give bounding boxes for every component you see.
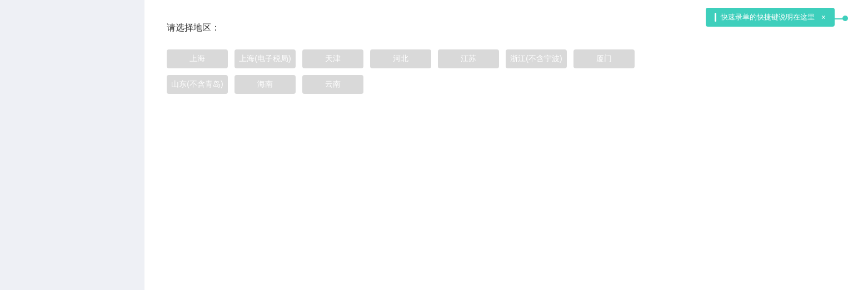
region-button-yunnan[interactable]: 云南 [302,75,363,94]
region-button-shanghai-etax[interactable]: 上海(电子税局) [235,49,296,68]
region-button-shanghai[interactable]: 上海 [167,49,228,68]
tooltip-close-button[interactable]: × [821,13,826,22]
region-button-xiamen[interactable]: 厦门 [573,49,635,68]
tooltip-accent [715,13,716,22]
region-button-hebei[interactable]: 河北 [370,49,431,68]
region-button-tianjin[interactable]: 天津 [302,49,363,68]
main-content: 请选择地区： 上海上海(电子税局)天津河北江苏浙江(不含宁波)厦门 山东(不含青… [144,0,868,290]
tooltip-text: 快速录单的快捷键说明在这里 [721,12,815,22]
region-button-jiangsu[interactable]: 江苏 [438,49,499,68]
region-row-1: 上海上海(电子税局)天津河北江苏浙江(不含宁波)厦门 [167,49,846,68]
region-button-shandong[interactable]: 山东(不含青岛) [167,75,228,94]
region-button-zhejiang[interactable]: 浙江(不含宁波) [506,49,567,68]
tooltip-connector-dot [842,16,848,21]
region-button-hainan[interactable]: 海南 [235,75,296,94]
tooltip-bar: 快速录单的快捷键说明在这里 × [706,8,835,27]
region-row-2: 山东(不含青岛)海南云南 [167,75,846,94]
sidebar [0,0,144,290]
